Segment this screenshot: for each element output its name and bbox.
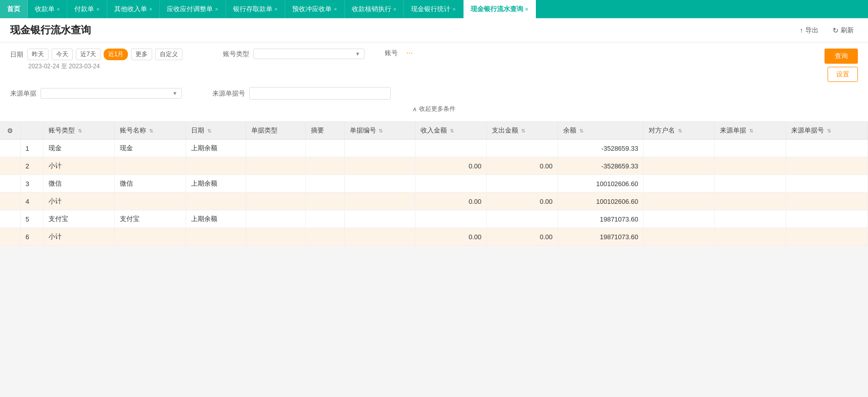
td-row-num: 5 <box>20 210 43 228</box>
td-source-doc <box>715 193 786 210</box>
th-income[interactable]: 收入金额 ⇅ <box>416 122 487 140</box>
td-summary <box>306 193 344 210</box>
export-label: 导出 <box>805 26 818 35</box>
close-icon[interactable]: × <box>393 6 396 12</box>
td-expense <box>487 140 558 157</box>
nav-tab-collect-verify[interactable]: 收款核销执行 × <box>345 0 404 18</box>
th-balance[interactable]: 余额 ⇅ <box>558 122 644 140</box>
sort-icon: ⇅ <box>450 128 454 134</box>
sort-icon: ⇅ <box>379 128 383 134</box>
export-button[interactable]: ↑ 导出 <box>796 24 823 37</box>
nav-tab-other-income[interactable]: 其他收入单 × <box>107 0 160 18</box>
collapse-bar[interactable]: ∧ 收起更多条件 <box>10 103 858 115</box>
refresh-icon: ↻ <box>833 26 839 34</box>
th-source-doc[interactable]: 来源单据 ⇅ <box>715 122 786 140</box>
sort-icon: ⇅ <box>678 128 682 134</box>
nav-tab-home[interactable]: 首页 <box>0 0 28 18</box>
nav-tab-receipt[interactable]: 收款单 × <box>28 0 67 18</box>
th-counterparty[interactable]: 对方户名 ⇅ <box>644 122 715 140</box>
nav-tab-cash-bank-stat[interactable]: 现金银行统计 × <box>404 0 463 18</box>
td-balance: 19871073.60 <box>558 228 644 246</box>
td-account-name <box>115 193 186 210</box>
nav-tab-ar-adjust[interactable]: 应收应付调整单 × <box>160 0 225 18</box>
date-btn-today[interactable]: 今天 <box>52 49 73 60</box>
td-account-type: 小计 <box>43 193 115 210</box>
nav-tab-advance-offset[interactable]: 预收冲应收单 × <box>285 0 344 18</box>
header-actions: ↑ 导出 ↻ 刷新 <box>796 24 858 37</box>
sort-icon: ⇅ <box>521 128 525 134</box>
nav-tab-bank-deposit-label: 银行存取款单 <box>233 5 272 14</box>
th-expense[interactable]: 支出金额 ⇅ <box>487 122 558 140</box>
td-row-num: 4 <box>20 193 43 210</box>
account-type-select[interactable]: ▼ <box>253 49 364 59</box>
date-btn-more[interactable]: 更多 <box>131 49 152 60</box>
close-icon[interactable]: × <box>452 6 455 12</box>
th-account-type[interactable]: 账号类型 ⇅ <box>43 122 115 140</box>
td-income <box>416 140 487 157</box>
date-btn-custom[interactable]: 自定义 <box>155 49 182 60</box>
date-btn-7days[interactable]: 近7天 <box>76 49 101 60</box>
td-counterparty <box>644 157 715 175</box>
th-doc-num[interactable]: 单据编号 ⇅ <box>344 122 416 140</box>
close-icon[interactable]: × <box>96 6 99 12</box>
td-account-type: 小计 <box>43 157 115 175</box>
td-doc-num <box>344 228 416 246</box>
close-icon[interactable]: × <box>275 6 278 12</box>
td-counterparty <box>644 210 715 228</box>
td-account-type: 现金 <box>43 140 115 157</box>
nav-tab-cash-bank-flow[interactable]: 现金银行流水查询 × <box>464 0 536 18</box>
td-counterparty <box>644 193 715 210</box>
th-gear[interactable]: ⚙ <box>0 122 20 140</box>
td-source-doc <box>715 228 786 246</box>
close-icon[interactable]: × <box>57 6 60 12</box>
table-row: 2小计0.000.00-3528659.33 <box>0 157 868 175</box>
td-source-doc <box>715 210 786 228</box>
td-account-name <box>115 228 186 246</box>
td-date: 上期余额 <box>186 175 246 193</box>
close-icon[interactable]: × <box>525 6 528 12</box>
data-table: ⚙ 账号类型 ⇅ 账号名称 ⇅ 日期 ⇅ 单据类型 摘要 单据编号 ⇅ 收入金额… <box>0 122 868 246</box>
td-balance: 100102606.60 <box>558 193 644 210</box>
source-doc-select[interactable]: ▼ <box>40 88 182 99</box>
settings-button[interactable]: 设置 <box>828 67 858 82</box>
td-doc-num <box>344 210 416 228</box>
td-row-num: 6 <box>20 228 43 246</box>
nav-tab-payment-label: 付款单 <box>74 5 94 14</box>
td-income: 0.00 <box>416 193 487 210</box>
td-doc-num <box>344 175 416 193</box>
td-income <box>416 175 487 193</box>
nav-tab-bank-deposit[interactable]: 银行存取款单 × <box>226 0 285 18</box>
td-income: 0.00 <box>416 157 487 175</box>
td-expense: 0.00 <box>487 228 558 246</box>
th-account-name[interactable]: 账号名称 ⇅ <box>115 122 186 140</box>
td-source-doc-num <box>786 210 867 228</box>
date-btn-1month[interactable]: 近1月 <box>104 49 128 60</box>
close-icon[interactable]: × <box>334 6 337 12</box>
date-btn-yesterday[interactable]: 昨天 <box>27 49 49 60</box>
refresh-button[interactable]: ↻ 刷新 <box>829 24 858 37</box>
td-balance: -3528659.33 <box>558 157 644 175</box>
td-doc-num <box>344 140 416 157</box>
td-source-doc-num <box>786 228 867 246</box>
td-gear <box>0 140 20 157</box>
collapse-label: 收起更多条件 <box>419 105 455 113</box>
source-doc-num-input[interactable] <box>249 87 391 100</box>
th-source-doc-num[interactable]: 来源单据号 ⇅ <box>786 122 867 140</box>
td-income <box>416 210 487 228</box>
close-icon[interactable]: × <box>215 6 218 12</box>
date-range-display: 2023-02-24 至 2023-03-24 <box>28 63 100 70</box>
account-dots-button[interactable]: ··· <box>402 49 417 58</box>
account-label: 账号 <box>385 49 398 58</box>
td-doc-type <box>246 228 306 246</box>
nav-tab-advance-offset-label: 预收冲应收单 <box>292 5 332 14</box>
search-button[interactable]: 查询 <box>825 49 858 64</box>
th-date[interactable]: 日期 ⇅ <box>186 122 246 140</box>
nav-tab-cash-bank-flow-label: 现金银行流水查询 <box>471 5 523 14</box>
td-doc-type <box>246 140 306 157</box>
action-buttons: 查询 设置 <box>825 49 858 82</box>
table-row: 5支付宝支付宝上期余额19871073.60 <box>0 210 868 228</box>
td-date: 上期余额 <box>186 140 246 157</box>
nav-tab-payment[interactable]: 付款单 × <box>67 0 107 18</box>
table-row: 3微信微信上期余额100102606.60 <box>0 175 868 193</box>
close-icon[interactable]: × <box>149 6 152 12</box>
